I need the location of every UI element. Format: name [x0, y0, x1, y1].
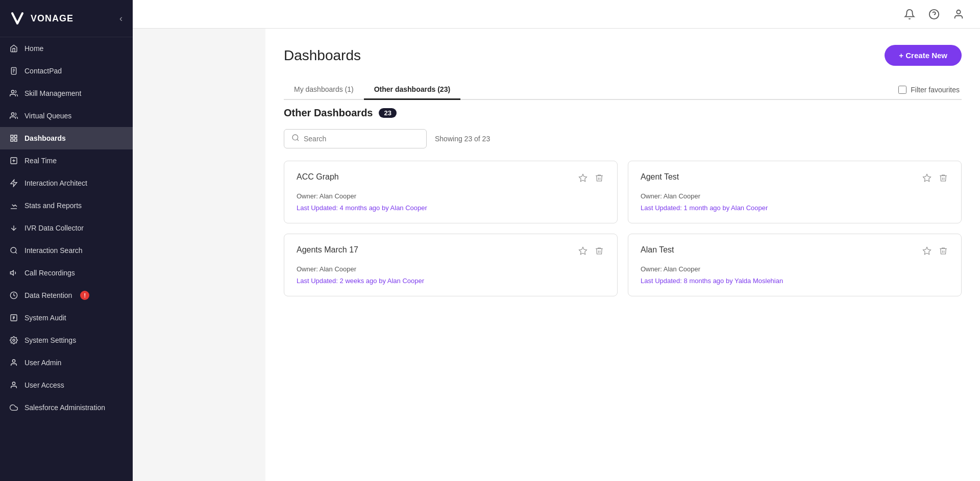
nav-items: Home ContactPad Skill Management Virtual…	[0, 37, 133, 419]
sidebar-item-user-admin[interactable]: User Admin	[0, 351, 133, 374]
sidebar-item-label: Skill Management	[24, 89, 81, 97]
card-owner-0: Owner: Alan Cooper	[297, 192, 605, 200]
sidebar-item-label: Real Time	[24, 157, 57, 165]
card-favourite-button-3[interactable]	[921, 245, 933, 259]
search-row: Showing 23 of 23	[284, 129, 962, 148]
card-header-0: ACC Graph	[297, 172, 605, 186]
logo-area: VONAGE	[8, 9, 74, 28]
svg-marker-19	[579, 174, 587, 182]
card-favourite-button-1[interactable]	[921, 172, 933, 186]
data-retention-badge: !	[80, 291, 89, 300]
sidebar-item-skill-management[interactable]: Skill Management	[0, 82, 133, 105]
card-actions-2	[577, 245, 605, 259]
sidebar-item-salesforce-administration[interactable]: Salesforce Administration	[0, 396, 133, 419]
card-favourite-button-2[interactable]	[577, 245, 589, 259]
svg-point-8	[11, 247, 16, 253]
filter-favourites-label: Filter favourites	[911, 86, 960, 94]
interaction-search-icon	[9, 246, 18, 255]
topbar	[133, 0, 980, 29]
sidebar-item-call-recordings[interactable]: Call Recordings	[0, 262, 133, 284]
sidebar-item-real-time[interactable]: Real Time	[0, 149, 133, 172]
real-time-icon	[9, 156, 18, 165]
card-header-1: Agent Test	[641, 172, 949, 186]
sidebar-toggle-button[interactable]: ‹	[117, 11, 125, 26]
dashboard-card-3: Alan Test Owner: Alan Cooper Last Update…	[628, 234, 962, 296]
sidebar-item-user-access[interactable]: User Access	[0, 374, 133, 396]
card-title-1: Agent Test	[641, 172, 679, 182]
sidebar-item-label: User Access	[24, 381, 64, 389]
search-box	[284, 129, 427, 148]
dashboards-icon	[9, 134, 18, 143]
help-button[interactable]	[927, 7, 941, 21]
card-header-3: Alan Test	[641, 245, 949, 259]
sidebar-item-dashboards[interactable]: Dashboards	[0, 127, 133, 149]
sidebar-item-label: Home	[24, 44, 43, 53]
sidebar-item-interaction-search[interactable]: Interaction Search	[0, 239, 133, 262]
vonage-logo	[8, 9, 27, 28]
user-profile-button[interactable]	[951, 7, 966, 21]
sidebar-item-data-retention[interactable]: Data Retention !	[0, 284, 133, 307]
svg-marker-9	[10, 270, 13, 275]
svg-point-18	[292, 135, 298, 140]
skill-icon	[9, 89, 18, 98]
sidebar-item-system-settings[interactable]: System Settings	[0, 329, 133, 351]
interaction-architect-icon	[9, 179, 18, 188]
svg-marker-22	[923, 247, 931, 255]
dashboard-card-1: Agent Test Owner: Alan Cooper Last Updat…	[628, 161, 962, 223]
card-actions-1	[921, 172, 949, 186]
sidebar-item-label: System Settings	[24, 336, 76, 344]
sidebar-item-stats-and-reports[interactable]: Stats and Reports	[0, 194, 133, 217]
card-delete-button-2[interactable]	[594, 245, 605, 259]
card-delete-button-0[interactable]	[594, 172, 605, 186]
tab-other-dashboards[interactable]: Other dashboards (23)	[364, 80, 460, 100]
sidebar: VONAGE ‹ Home ContactPad Skill Managemen…	[0, 0, 133, 481]
card-delete-button-1[interactable]	[938, 172, 949, 186]
sidebar-item-contactpad[interactable]: ContactPad	[0, 60, 133, 82]
sidebar-item-label: Interaction Search	[24, 246, 83, 255]
user-admin-icon	[9, 358, 18, 367]
salesforce-icon	[9, 403, 18, 412]
svg-point-12	[13, 339, 15, 341]
svg-marker-21	[579, 247, 587, 255]
sidebar-item-label: Dashboards	[24, 134, 66, 142]
data-retention-icon	[9, 291, 18, 300]
brand-name: VONAGE	[31, 13, 74, 24]
card-actions-0	[577, 172, 605, 186]
contactpad-icon	[9, 66, 18, 75]
card-updated-2: Last Updated: 2 weeks ago by Alan Cooper	[297, 277, 605, 285]
showing-text: Showing 23 of 23	[435, 135, 490, 143]
search-input[interactable]	[304, 135, 419, 143]
card-title-2: Agents March 17	[297, 245, 358, 255]
create-new-button[interactable]: + Create New	[885, 45, 962, 66]
sidebar-item-system-audit[interactable]: System Audit	[0, 307, 133, 329]
sidebar-item-virtual-queues[interactable]: Virtual Queues	[0, 105, 133, 127]
card-header-2: Agents March 17	[297, 245, 605, 259]
card-delete-button-3[interactable]	[938, 245, 949, 259]
section-header: Other Dashboards 23	[284, 107, 962, 119]
notifications-bell[interactable]	[902, 7, 917, 21]
card-updated-0: Last Updated: 4 months ago by Alan Coope…	[297, 204, 605, 212]
dashboard-card-2: Agents March 17 Owner: Alan Cooper Last …	[284, 234, 618, 296]
ivr-icon	[9, 223, 18, 233]
section-count-badge: 23	[379, 108, 396, 118]
tabs: My dashboards (1) Other dashboards (23)	[284, 80, 460, 99]
sidebar-item-label: IVR Data Collector	[24, 224, 84, 232]
filter-favourites[interactable]: Filter favourites	[898, 86, 960, 94]
sidebar-item-ivr-data-collector[interactable]: IVR Data Collector	[0, 217, 133, 239]
card-favourite-button-0[interactable]	[577, 172, 589, 186]
sidebar-header: VONAGE ‹	[0, 0, 133, 37]
stats-icon	[9, 201, 18, 210]
card-updated-3: Last Updated: 8 months ago by Yalda Mosl…	[641, 277, 949, 285]
filter-favourites-checkbox[interactable]	[898, 86, 906, 94]
card-updated-1: Last Updated: 1 month ago by Alan Cooper	[641, 204, 949, 212]
sidebar-item-home[interactable]: Home	[0, 37, 133, 60]
tab-my-dashboards[interactable]: My dashboards (1)	[284, 80, 364, 100]
sidebar-item-interaction-architect[interactable]: Interaction Architect	[0, 172, 133, 194]
svg-rect-6	[14, 139, 17, 141]
page-header: Dashboards + Create New	[284, 45, 962, 66]
svg-point-14	[12, 382, 15, 385]
page-title: Dashboards	[284, 47, 361, 64]
card-title-3: Alan Test	[641, 245, 674, 255]
system-audit-icon	[9, 313, 18, 322]
dashboard-card-0: ACC Graph Owner: Alan Cooper Last Update…	[284, 161, 618, 223]
